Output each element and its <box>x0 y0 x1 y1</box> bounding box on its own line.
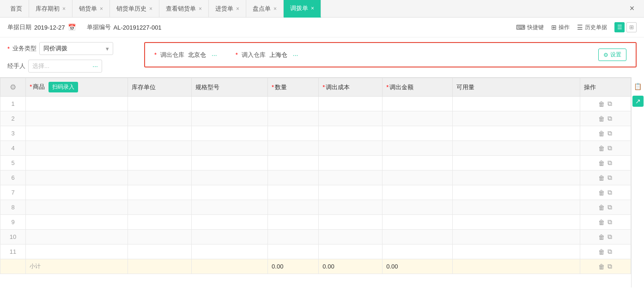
row-avail[interactable] <box>452 141 580 156</box>
sidebar-export-icon[interactable]: ↗ <box>632 96 644 107</box>
row-qty[interactable] <box>268 215 319 230</box>
delete-icon[interactable]: 🗑 <box>598 159 605 167</box>
copy-icon[interactable]: ⧉ <box>608 233 612 241</box>
delete-icon[interactable]: 🗑 <box>598 204 605 211</box>
tab-transfer[interactable]: 调拨单 × <box>284 0 321 18</box>
row-avail[interactable] <box>452 215 580 230</box>
tab-purchase[interactable]: 进货单 × <box>209 0 246 18</box>
scan-button[interactable]: 扫码录入 <box>49 82 78 92</box>
row-qty[interactable] <box>268 111 319 126</box>
row-goods[interactable] <box>26 230 128 244</box>
row-goods[interactable] <box>26 185 128 200</box>
calendar-icon[interactable]: 📅 <box>68 24 76 31</box>
history-button[interactable]: ☰ 历史单据 <box>577 24 607 31</box>
row-goods[interactable] <box>26 97 128 111</box>
row-amount[interactable] <box>383 244 453 259</box>
row-unit[interactable] <box>128 156 191 171</box>
layout-grid-button[interactable]: ⊞ <box>626 22 637 32</box>
row-spec[interactable] <box>191 244 267 259</box>
row-unit[interactable] <box>128 141 191 156</box>
delete-icon[interactable]: 🗑 <box>598 248 605 256</box>
row-goods[interactable] <box>26 141 128 156</box>
copy-icon[interactable]: ⧉ <box>608 144 612 152</box>
row-cost[interactable] <box>319 141 383 156</box>
copy-icon[interactable]: ⧉ <box>608 129 612 137</box>
delete-icon[interactable]: 🗑 <box>598 115 605 122</box>
row-cost[interactable] <box>319 185 383 200</box>
copy-icon[interactable]: ⧉ <box>608 159 612 167</box>
tab-home[interactable]: 首页 <box>4 0 29 18</box>
dots-icon[interactable]: ··· <box>92 62 98 70</box>
delete-icon[interactable]: 🗑 <box>598 130 605 137</box>
row-cost[interactable] <box>319 244 383 259</box>
tab-close-sales-order[interactable]: × <box>100 6 103 12</box>
table-gear-icon[interactable]: ⚙ <box>10 83 16 91</box>
row-amount[interactable] <box>383 111 453 126</box>
row-avail[interactable] <box>452 111 580 126</box>
subtotal-copy-icon[interactable]: ⧉ <box>608 262 612 270</box>
delete-icon[interactable]: 🗑 <box>598 233 605 241</box>
tab-view-sales[interactable]: 查看销货单 × <box>159 0 209 18</box>
tab-close-purchase[interactable]: × <box>236 6 239 12</box>
row-avail[interactable] <box>452 200 580 215</box>
row-avail[interactable] <box>452 171 580 185</box>
copy-icon[interactable]: ⧉ <box>608 248 612 256</box>
row-goods[interactable] <box>26 156 128 171</box>
tab-close-transfer[interactable]: × <box>311 5 314 12</box>
row-spec[interactable] <box>191 111 267 126</box>
row-qty[interactable] <box>268 141 319 156</box>
row-amount[interactable] <box>383 171 453 185</box>
copy-icon[interactable]: ⧉ <box>608 203 612 211</box>
tab-sales-history[interactable]: 销货单历史 × <box>110 0 159 18</box>
copy-icon[interactable]: ⧉ <box>608 189 612 196</box>
row-qty[interactable] <box>268 230 319 244</box>
row-qty[interactable] <box>268 244 319 259</box>
row-amount[interactable] <box>383 126 453 141</box>
handler-select[interactable]: 选择... ··· <box>28 60 102 73</box>
row-avail[interactable] <box>452 185 580 200</box>
delete-icon[interactable]: 🗑 <box>598 189 605 196</box>
close-window-button[interactable]: × <box>624 0 640 17</box>
row-cost[interactable] <box>319 215 383 230</box>
row-amount[interactable] <box>383 200 453 215</box>
row-qty[interactable] <box>268 97 319 111</box>
row-goods[interactable] <box>26 111 128 126</box>
operation-button[interactable]: ⊞ 操作 <box>551 24 570 31</box>
row-unit[interactable] <box>128 244 191 259</box>
delete-icon[interactable]: 🗑 <box>598 174 605 182</box>
copy-icon[interactable]: ⧉ <box>608 100 612 108</box>
row-amount[interactable] <box>383 230 453 244</box>
delete-icon[interactable]: 🗑 <box>598 219 605 226</box>
delete-icon[interactable]: 🗑 <box>598 100 605 108</box>
row-cost[interactable] <box>319 156 383 171</box>
row-unit[interactable] <box>128 200 191 215</box>
row-goods[interactable] <box>26 200 128 215</box>
row-spec[interactable] <box>191 141 267 156</box>
row-unit[interactable] <box>128 171 191 185</box>
row-spec[interactable] <box>191 230 267 244</box>
tab-sales-order[interactable]: 销货单 × <box>73 0 110 18</box>
delete-icon[interactable]: 🗑 <box>598 145 605 152</box>
row-unit[interactable] <box>128 215 191 230</box>
settings-button[interactable]: ⚙ 设置 <box>598 49 626 61</box>
tab-close-inventory-check[interactable]: × <box>273 6 277 12</box>
row-amount[interactable] <box>383 141 453 156</box>
row-spec[interactable] <box>191 126 267 141</box>
row-spec[interactable] <box>191 97 267 111</box>
row-avail[interactable] <box>452 126 580 141</box>
row-cost[interactable] <box>319 126 383 141</box>
biz-type-select[interactable]: 同价调拨 ▾ <box>39 42 113 55</box>
row-spec[interactable] <box>191 171 267 185</box>
row-amount[interactable] <box>383 215 453 230</box>
row-goods[interactable] <box>26 126 128 141</box>
row-spec[interactable] <box>191 200 267 215</box>
row-unit[interactable] <box>128 126 191 141</box>
table-container[interactable]: ⚙ *商品 扫码录入 库存单位 规格型号 *数量 *调出成本 *调出金额 可用 <box>0 77 631 287</box>
row-spec[interactable] <box>191 215 267 230</box>
row-cost[interactable] <box>319 171 383 185</box>
row-spec[interactable] <box>191 185 267 200</box>
row-avail[interactable] <box>452 244 580 259</box>
row-spec[interactable] <box>191 156 267 171</box>
row-qty[interactable] <box>268 185 319 200</box>
row-qty[interactable] <box>268 171 319 185</box>
